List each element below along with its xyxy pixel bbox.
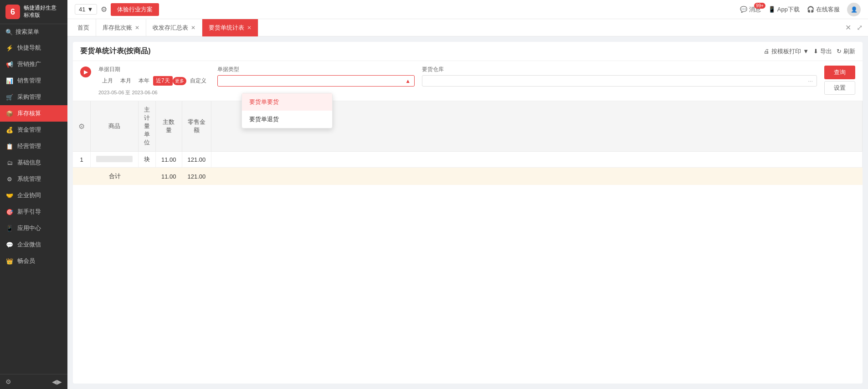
warehouse-input[interactable]: [426, 77, 808, 84]
sidebar-item-finance[interactable]: 💰 资金管理: [0, 122, 67, 138]
tab-close-inventory-batch[interactable]: ✕: [135, 25, 139, 31]
sidebar-icon-newbie: 🎯: [5, 208, 14, 216]
app-logo: 6 畅捷通好生意 标准版: [0, 0, 67, 24]
search-label: 搜索菜单: [15, 28, 39, 36]
messages-btn[interactable]: 💬 消息 99+: [740, 5, 761, 14]
export-label: 导出: [820, 47, 832, 56]
tab-order-stats[interactable]: 要货单统计表✕: [202, 19, 258, 36]
sidebar-item-enterprise[interactable]: 🤝 企业协同: [0, 187, 67, 204]
date-more-badge-btn[interactable]: 更多: [173, 77, 186, 85]
filter-bar: ▶ 单据日期 上月 本月 本年 近7天 更多 自定义 2023-05-06 至 …: [73, 61, 863, 101]
doc-type-input-container[interactable]: ▲: [217, 75, 415, 87]
expand-tabs-btn[interactable]: ⤢: [855, 23, 864, 32]
warehouse-label: 要货仓库: [422, 66, 817, 73]
sidebar-icon-enterprise: 🤝: [5, 191, 14, 200]
tab-label-home: 首页: [77, 24, 89, 32]
table-header-row: ⚙ 商品 主计量单位 主数量 零售金额: [73, 101, 863, 152]
date-filter-label: 单据日期: [98, 66, 210, 73]
company-selector[interactable]: 41 ▼: [75, 4, 97, 15]
sidebar-label-quick-nav: 快捷导航: [17, 44, 41, 52]
table-th-settings[interactable]: ⚙: [73, 101, 91, 152]
td-amount-0: 121.00: [182, 152, 211, 168]
query-button[interactable]: 查询: [824, 66, 855, 79]
doc-type-input[interactable]: [221, 77, 406, 84]
tab-close-receipt-summary[interactable]: ✕: [191, 25, 195, 31]
tab-close-order-stats[interactable]: ✕: [247, 25, 252, 31]
page-header: 要货单统计表(按商品) 🖨 按模板打印 ▼ ⬇ 导出 ↻ 刷新: [73, 42, 863, 61]
sidebar-item-quick-nav[interactable]: ⚡ 快捷导航: [0, 40, 67, 56]
topbar-left: 41 ▼ ⚙ 体验行业方案: [75, 3, 734, 16]
sidebar-label-wechat: 企业微信: [17, 241, 41, 249]
topbar-right: 💬 消息 99+ 📱 App下载 🎧 在线客服 👤: [740, 3, 861, 16]
sidebar-label-purchase: 采购管理: [17, 93, 41, 101]
user-avatar[interactable]: 👤: [847, 3, 861, 16]
app-download-label: App下载: [777, 5, 800, 14]
settings-button[interactable]: 设置: [824, 81, 855, 95]
sidebar-item-marketing[interactable]: 📢 营销推广: [0, 56, 67, 72]
sidebar-settings-btn[interactable]: ⚙: [5, 378, 11, 385]
sidebar-item-basic[interactable]: 🗂 基础信息: [0, 154, 67, 171]
date-this-month-btn[interactable]: 本月: [117, 75, 135, 87]
chevron-down-icon: ▼: [803, 48, 809, 55]
sidebar-label-operations: 经营管理: [17, 142, 41, 150]
data-table: ⚙ 商品 主计量单位 主数量 零售金额 1 块 11.00 121.00: [73, 101, 863, 185]
date-filter-group: 单据日期 上月 本月 本年 近7天 更多 自定义 2023-05-06 至 20…: [98, 66, 210, 96]
sidebar-item-wechat[interactable]: 💬 企业微信: [0, 236, 67, 253]
app-download-btn[interactable]: 📱 App下载: [768, 5, 800, 14]
logo-icon: 6: [5, 5, 20, 19]
sidebar-bottom: ⚙ ◀▶: [0, 374, 67, 389]
td-index-0: 1: [73, 152, 91, 168]
date-last-7days-btn[interactable]: 近7天: [153, 76, 173, 86]
sidebar-item-operations[interactable]: 📋 经营管理: [0, 138, 67, 154]
dropdown-item-return[interactable]: 要货单退货: [242, 111, 332, 128]
table-th-unit: 主计量单位: [139, 101, 156, 152]
refresh-btn[interactable]: ↻ 刷新: [837, 47, 855, 56]
table-settings-icon[interactable]: ⚙: [78, 123, 85, 130]
filter-expand-toggle[interactable]: ▶: [80, 67, 91, 77]
online-service-btn[interactable]: 🎧 在线客服: [807, 5, 840, 14]
sidebar-collapse-btn[interactable]: ◀▶: [52, 378, 62, 385]
table-wrapper: ⚙ 商品 主计量单位 主数量 零售金额 1 块 11.00 121.00: [73, 101, 863, 185]
tab-receipt-summary[interactable]: 收发存汇总表✕: [146, 19, 202, 36]
tab-inventory-batch[interactable]: 库存批次账✕: [96, 19, 146, 36]
footer-quantity-cell: 11.00: [156, 168, 182, 185]
table-footer-row: 合计 11.00 121.00: [73, 168, 863, 185]
more-icon[interactable]: ···: [808, 77, 813, 84]
footer-index-cell: [73, 168, 91, 185]
sidebar-item-newbie[interactable]: 🎯 新手引导: [0, 204, 67, 220]
sidebar-item-inventory[interactable]: 📦 库存核算: [0, 105, 67, 122]
page-card: 要货单统计表(按商品) 🖨 按模板打印 ▼ ⬇ 导出 ↻ 刷新: [73, 42, 863, 384]
sidebar-icon-app-center: 📱: [5, 224, 14, 232]
date-last-month-btn[interactable]: 上月: [98, 75, 117, 87]
sidebar-item-app-center[interactable]: 📱 应用中心: [0, 220, 67, 236]
online-service-label: 在线客服: [816, 5, 840, 14]
trial-button[interactable]: 体验行业方案: [111, 3, 159, 16]
company-name: 41: [79, 6, 85, 13]
sidebar-label-marketing: 营销推广: [17, 60, 41, 68]
sidebar-item-member[interactable]: 👑 畅会员: [0, 253, 67, 269]
sidebar-item-purchase[interactable]: 🛒 采购管理: [0, 89, 67, 105]
td-quantity-0: 11.00: [156, 152, 182, 168]
sidebar-item-system[interactable]: ⚙ 系统管理: [0, 171, 67, 187]
messages-badge: 99+: [754, 3, 765, 9]
close-all-tabs-btn[interactable]: ✕: [842, 23, 855, 32]
warehouse-input-container[interactable]: ···: [422, 75, 817, 87]
print-btn[interactable]: 🖨 按模板打印 ▼: [764, 47, 809, 56]
topbar-gear-icon[interactable]: ⚙: [101, 5, 107, 14]
date-custom-btn[interactable]: 自定义: [186, 75, 210, 87]
tab-home[interactable]: 首页: [71, 19, 96, 36]
export-btn[interactable]: ⬇ 导出: [813, 47, 832, 56]
footer-unit-cell: [139, 168, 156, 185]
chevron-down-icon: ▼: [87, 6, 93, 13]
sidebar-icon-wechat: 💬: [5, 241, 14, 249]
sidebar-icon-operations: 📋: [5, 142, 14, 150]
doc-type-filter-group: 单据类型 ▲: [217, 66, 415, 87]
sidebar-item-sales[interactable]: 📊 销售管理: [0, 72, 67, 89]
sidebar-search[interactable]: 🔍 搜索菜单: [0, 24, 67, 40]
warehouse-filter-group: 要货仓库 ···: [422, 66, 817, 87]
dropdown-item-order[interactable]: 要货单要货: [242, 93, 332, 111]
date-this-year-btn[interactable]: 本年: [135, 75, 153, 87]
topbar: 41 ▼ ⚙ 体验行业方案 💬 消息 99+ 📱 App下载 🎧 在线客服 👤: [67, 0, 868, 19]
doc-type-chevron-up-icon[interactable]: ▲: [405, 78, 411, 84]
footer-label-cell: 合计: [91, 168, 139, 185]
